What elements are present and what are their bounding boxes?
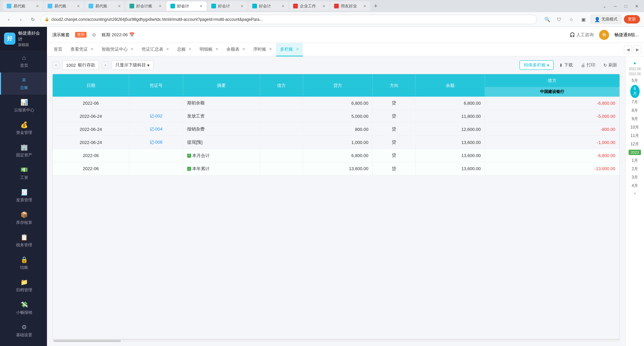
tab-close-3[interactable]: ✕	[118, 4, 121, 8]
consult-button[interactable]: 🎧 人工咨询	[570, 32, 594, 38]
tab-close-4[interactable]: ✕	[159, 4, 162, 8]
sidebar-item-salary[interactable]: 💵 工资	[0, 162, 47, 185]
tab-sequence-ledger[interactable]: 序时账 ✕	[249, 43, 276, 56]
timeline-month-8[interactable]: 8月	[626, 106, 644, 115]
tab-detail-ledger[interactable]: 明细账 ✕	[196, 43, 222, 56]
tab-general-ledger-close[interactable]: ✕	[189, 47, 192, 51]
sidebar-panel-icon[interactable]: ▣	[579, 15, 588, 24]
timeline-month-2023-4[interactable]: 4月	[626, 182, 644, 190]
sidebar-item-guide[interactable]: 🔰 新手引导	[0, 342, 47, 346]
tab-voucher-view[interactable]: 查看凭证 ✕	[66, 43, 98, 56]
tab-voucher-summary-close[interactable]: ✕	[166, 47, 169, 51]
browser-tab-9[interactable]: 用友好业 ✕	[330, 1, 370, 11]
tab-balance-sheet-close[interactable]: ✕	[242, 47, 245, 51]
timeline-month-11[interactable]: 11月	[626, 132, 644, 140]
sidebar-item-ledger[interactable]: ≡ 总账	[0, 72, 47, 95]
account-settings-icon[interactable]: ⚙	[92, 32, 96, 38]
timeline-year-2022-top: 2022.06	[629, 66, 641, 71]
timeline-month-5[interactable]: 5月	[626, 77, 644, 85]
shield-icon[interactable]: 🛡	[554, 15, 564, 24]
tab-sequence-ledger-close[interactable]: ✕	[269, 47, 272, 51]
timeline-scroll-down[interactable]: ▼	[632, 190, 638, 197]
col-voucher: 凭证号	[129, 74, 183, 97]
refresh-button[interactable]: ↻ 刷新	[601, 61, 620, 69]
sidebar-item-archive[interactable]: 📁 归档管理	[0, 275, 47, 297]
browser-tab-4[interactable]: 好会计账 ✕	[125, 1, 166, 11]
voucher-link[interactable]: 记-002	[150, 113, 163, 118]
nav-next-button[interactable]: ›	[102, 61, 109, 69]
tab-smart-voucher[interactable]: 智能凭证中心 ✕	[98, 43, 138, 56]
update-button[interactable]: 更新	[624, 15, 640, 23]
timeline-month-2023-3[interactable]: 3月	[626, 173, 644, 182]
sidebar-item-close[interactable]: 🔒 结账	[0, 252, 47, 275]
star-icon[interactable]: ☆	[567, 15, 576, 24]
tab-close-8[interactable]: ✕	[322, 4, 325, 8]
download-button[interactable]: ⬇ 下载	[556, 61, 576, 69]
tab-voucher-view-close[interactable]: ✕	[91, 47, 94, 51]
sidebar-item-settings[interactable]: ⚙ 基础设置	[0, 319, 47, 342]
search-icon[interactable]: 🔍	[542, 15, 552, 24]
tab-close-9[interactable]: ✕	[363, 4, 366, 8]
timeline-month-2023-2[interactable]: 2月	[626, 165, 644, 173]
timeline-month-12[interactable]: 12月	[626, 140, 644, 148]
back-button[interactable]: ‹	[4, 15, 13, 24]
tab-voucher-summary[interactable]: 凭证汇总表 ✕	[138, 43, 173, 56]
timeline-month-10[interactable]: 10月	[626, 123, 644, 132]
cell-direction: 贷	[373, 149, 416, 162]
sidebar-item-fund[interactable]: 💰 资金管理	[0, 117, 47, 140]
tab-close-1[interactable]: ✕	[36, 4, 39, 8]
url-bar[interactable]: 🔒 cloud2.chanjet.com/accounting/uh26t264…	[40, 15, 537, 24]
tab-multi-ledger-close[interactable]: ✕	[296, 47, 299, 51]
calendar-icon[interactable]: 📅	[129, 32, 135, 37]
voucher-link[interactable]: 记-004	[150, 127, 163, 132]
browser-tab-5[interactable]: 好会计 ✕	[166, 1, 207, 11]
sidebar-item-asset[interactable]: 🏢 固定资产	[0, 140, 47, 162]
account-selector[interactable]: 1002 银行存款	[62, 60, 99, 70]
timeline-month-7[interactable]: 7月	[626, 98, 644, 106]
scrollbar-thumb[interactable]	[54, 340, 121, 342]
horizontal-scrollbar[interactable]	[52, 339, 620, 342]
tab-detail-ledger-close[interactable]: ✕	[215, 47, 218, 51]
browser-tab-2[interactable]: 易代账 ✕	[44, 1, 84, 11]
tab-close-7[interactable]: ✕	[281, 4, 284, 8]
browser-tab-7[interactable]: 好会计 ✕	[248, 1, 288, 11]
timeline-month-9[interactable]: 9月	[626, 115, 644, 123]
new-tab-button[interactable]: +	[371, 1, 380, 11]
collapse-left-button[interactable]: ◀	[624, 46, 632, 54]
tab-close-2[interactable]: ✕	[77, 4, 80, 8]
browser-tab-1[interactable]: 易代账 ✕	[3, 1, 43, 11]
timeline-scroll-up[interactable]: ▲	[632, 59, 638, 66]
maximize-button[interactable]: □	[621, 1, 631, 11]
sidebar-item-inventory[interactable]: 📦 库存核算	[0, 207, 47, 230]
no-trace-button[interactable]: 👤 无痕模式	[591, 15, 621, 24]
tab-home[interactable]: 首页	[50, 43, 66, 56]
close-window-button[interactable]: ✕	[632, 1, 641, 11]
sidebar-item-report[interactable]: 📊 云报表中心	[0, 95, 47, 117]
sidebar-item-invoice[interactable]: 🧾 发票管理	[0, 185, 47, 207]
browser-tab-8[interactable]: 企业工作 ✕	[289, 1, 329, 11]
col-date: 日期	[53, 74, 129, 97]
browser-tab-3[interactable]: 易代账 ✕	[85, 1, 125, 11]
minimize-button[interactable]: ─	[610, 1, 620, 11]
nav-prev-button[interactable]: ‹	[52, 61, 60, 69]
tab-balance-sheet[interactable]: 余额表 ✕	[222, 43, 249, 56]
tab-close-6[interactable]: ✕	[240, 4, 244, 8]
tab-multi-ledger[interactable]: 多栏账 ✕	[276, 43, 303, 56]
timeline-month-2023-1[interactable]: 1月	[626, 156, 644, 165]
voucher-link[interactable]: 记-006	[150, 140, 163, 145]
filter-subcategory-button[interactable]: 只显示下级科目 ▾	[112, 60, 153, 70]
sidebar-item-expense[interactable]: 💸 小畅报销	[0, 297, 47, 319]
sidebar-item-tax[interactable]: 📋 税务管理	[0, 230, 47, 252]
timeline-month-6[interactable]: 6月	[630, 85, 640, 98]
special-multi-ledger-button[interactable]: 特殊多栏账 ▾	[520, 60, 554, 70]
tab-smart-voucher-close[interactable]: ✕	[130, 47, 133, 51]
tab-list-button[interactable]: ⌄	[600, 1, 609, 11]
forward-button[interactable]: ›	[16, 15, 25, 24]
browser-tab-6[interactable]: 好会计 ✕	[207, 1, 248, 11]
tab-close-5[interactable]: ✕	[200, 4, 203, 8]
collapse-right-button[interactable]: ▶	[633, 46, 641, 54]
reload-button[interactable]: ↻	[28, 15, 38, 24]
sidebar-item-home[interactable]: ⌂ 首页	[0, 50, 47, 72]
print-button[interactable]: 🖨 打印	[578, 61, 598, 69]
tab-general-ledger[interactable]: 总账 ✕	[173, 43, 196, 56]
